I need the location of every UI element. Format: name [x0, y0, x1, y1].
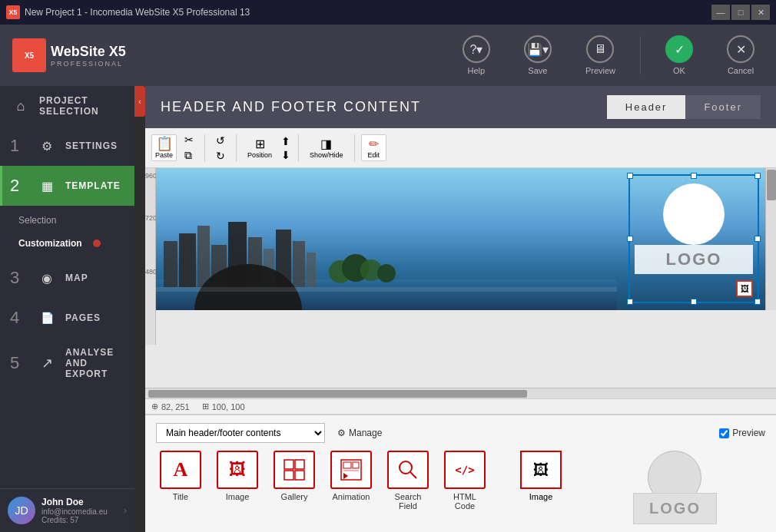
pages-num: 4 [10, 308, 28, 328]
preview-check-label[interactable]: Preview [719, 428, 765, 438]
position-button[interactable]: ⊞ Position [243, 135, 277, 160]
cancel-label: Cancel [728, 66, 754, 75]
svg-rect-18 [295, 460, 304, 469]
svg-rect-16 [156, 287, 617, 292]
sidebar-sub-customization[interactable]: Customization [11, 233, 90, 253]
sidebar-item-template[interactable]: 2 TEMPLATE [0, 166, 134, 206]
cancel-button[interactable]: ✕ Cancel [718, 31, 764, 80]
paste-button[interactable]: 📋 Paste [151, 134, 177, 161]
position-icon-small: ⊕ [151, 401, 158, 411]
undo-button[interactable]: ↺ [213, 134, 228, 147]
preview-button[interactable]: 🖥 Preview [576, 31, 625, 80]
redo-button[interactable]: ↻ [213, 149, 228, 163]
position-extras: ⬆ ⬇ [280, 134, 292, 163]
sub-nav: Selection Customization [0, 206, 134, 258]
sidebar-item-analyse[interactable]: 5 ANALYSE AND EXPORT [0, 338, 134, 388]
paste-icon: 📋 [156, 137, 173, 150]
user-email: info@incomedia.eu [41, 507, 118, 516]
panels-row: A Title 🖼 Image [156, 451, 765, 524]
scrollbar-vertical[interactable] [765, 168, 776, 310]
widget-title[interactable]: A Title [156, 451, 205, 511]
svg-rect-1 [164, 241, 177, 287]
logo-overlay-container[interactable]: LOGO 🖼 [628, 174, 759, 303]
widget-html[interactable]: </> HTMLCode [440, 451, 489, 511]
help-button[interactable]: ?▾ Help [453, 31, 499, 80]
sidebar-item-settings[interactable]: 1 SETTINGS [0, 126, 134, 166]
show-hide-button[interactable]: ◨ Show/Hide [305, 135, 348, 160]
maximize-button[interactable]: □ [731, 5, 750, 20]
ruler-mark-480: 480px [145, 268, 155, 276]
preview-image-icon: 🖼 [520, 451, 562, 489]
handle-tm [691, 173, 697, 179]
project-label2: SELECTION [39, 106, 127, 117]
copy-button[interactable]: ⧉ [181, 148, 197, 163]
widget-search[interactable]: SearchField [383, 451, 433, 511]
pages-label: PAGES [65, 312, 101, 323]
widget-html-label: HTMLCode [453, 492, 476, 511]
sidebar-item-pages[interactable]: 4 PAGES [0, 298, 134, 338]
cancel-icon: ✕ [727, 35, 754, 63]
settings-num: 1 [10, 136, 28, 156]
avatar: JD [8, 497, 35, 524]
svg-rect-22 [343, 462, 351, 468]
scrollbar-thumb-v[interactable] [767, 170, 776, 200]
canvas-viewport[interactable]: LOGO 🖼 [156, 168, 765, 318]
app-icon: X5 [6, 5, 20, 19]
edit-button[interactable]: ✏ Edit [361, 134, 387, 161]
image-badge-icon: 🖼 [736, 280, 753, 297]
map-label: MAP [65, 273, 88, 283]
widget-gallery-icon [274, 451, 315, 489]
svg-rect-9 [293, 241, 305, 287]
analyse-label2: EXPORT [65, 368, 127, 379]
preview-check-text: Preview [732, 428, 765, 438]
cut-button[interactable]: ✂ [181, 133, 197, 147]
template-num: 2 [10, 176, 28, 196]
preview-checkbox[interactable] [719, 428, 729, 438]
svg-point-15 [377, 264, 396, 283]
manage-button[interactable]: ⚙ Manage [331, 425, 388, 441]
tab-footer[interactable]: Footer [685, 95, 761, 119]
page-title: HEADER AND FOOTER CONTENT [161, 99, 421, 115]
close-button[interactable]: ✕ [751, 5, 770, 20]
handle-bm [691, 299, 697, 305]
svg-rect-20 [295, 471, 304, 480]
contents-dropdown[interactable]: Main header/footer contents [156, 423, 325, 443]
sidebar-sub-selection[interactable]: Selection [11, 210, 64, 230]
content-area: HEADER AND FOOTER CONTENT Header Footer … [145, 86, 776, 532]
sidebar-collapse-arrow[interactable]: › [124, 505, 127, 516]
svg-rect-19 [284, 471, 293, 480]
scrollbar-horizontal[interactable] [145, 388, 776, 398]
gear-icon [36, 135, 58, 157]
settings-label: SETTINGS [65, 140, 118, 151]
tab-header[interactable]: Header [607, 95, 686, 119]
export-icon [36, 352, 58, 374]
widget-html-icon: </> [444, 451, 486, 489]
template-label: TEMPLATE [65, 180, 121, 191]
send-back-button[interactable]: ⬇ [281, 149, 290, 161]
widget-gallery[interactable]: Gallery [270, 451, 319, 511]
map-num: 3 [10, 268, 28, 288]
paste-label: Paste [155, 151, 173, 159]
preview-logo-text: LOGO [633, 493, 717, 524]
canvas-inner: 960px 720px 480px [145, 168, 776, 388]
sidebar-item-project[interactable]: PROJECT SELECTION [0, 86, 134, 126]
size-coords: ⊞ 100, 100 [202, 401, 245, 411]
sidebar: PROJECT SELECTION 1 SETTINGS 2 TEMPLATE … [0, 86, 134, 532]
panel-toolbar: Main header/footer contents ⚙ Manage Pre… [156, 423, 765, 443]
widget-animation[interactable]: Animation [327, 451, 376, 511]
scrollbar-thumb-h[interactable] [148, 390, 527, 398]
sidebar-item-map[interactable]: 3 MAP [0, 258, 134, 298]
content-panel: Main header/footer contents ⚙ Manage Pre… [145, 414, 776, 532]
send-forward-button[interactable]: ⬆ [281, 135, 290, 147]
logo-text: WebSite X5 PROFESSIONAL [51, 44, 126, 68]
user-area: JD John Doe info@incomedia.eu Credits: 5… [0, 488, 134, 532]
widget-image-icon: 🖼 [217, 451, 258, 489]
sidebar-collapse-button[interactable]: ‹ [134, 86, 145, 117]
ok-button[interactable]: ✓ OK [656, 31, 702, 80]
save-button[interactable]: 💾▾ Save [515, 31, 561, 80]
widget-search-icon [387, 451, 429, 489]
widget-image[interactable]: 🖼 Image [213, 451, 262, 511]
preview-panel: 🖼 Image [520, 451, 562, 507]
user-credits: Credits: 57 [41, 516, 118, 524]
minimize-button[interactable]: — [711, 5, 730, 20]
